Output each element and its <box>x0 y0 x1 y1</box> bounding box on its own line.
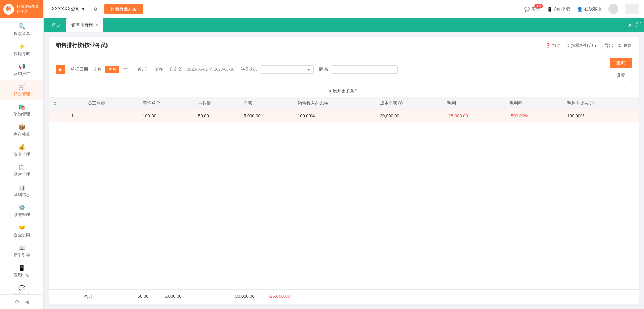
date-filter-group: 单据日期 上月 本月 本年 近7天 更多 自定义 2023-06-01 至 20… <box>71 66 234 73</box>
print-button[interactable]: 🖨 按模板打印 ▾ <box>565 43 597 49</box>
nav-icon: 🔍 <box>18 23 25 30</box>
col-settings[interactable]: ⚙ <box>49 97 61 110</box>
col-rank <box>61 97 84 110</box>
settings-icon[interactable]: ⚙ <box>13 297 21 306</box>
print-chevron-icon: ▾ <box>594 43 597 48</box>
sidebar-item-营销推广[interactable]: 📢 营销推广 <box>0 60 43 80</box>
nav-label: 应用中心 <box>14 272 30 278</box>
date-range-display: 2023-06-01 至 2023-06-30 <box>187 67 234 72</box>
logo-icon: 畅 <box>3 4 14 15</box>
nav-icon: 🛒 <box>18 84 25 90</box>
sidebar-item-企业微信[interactable]: 💬 企业微信 <box>0 281 43 294</box>
footer-settings-cell <box>53 293 67 300</box>
refresh-button[interactable]: ↻ 刷新 <box>618 43 632 49</box>
expand-chevron-icon: ▾ <box>329 89 331 94</box>
sidebar-item-基础信息[interactable]: 📊 基础信息 <box>0 181 43 201</box>
message-button[interactable]: 💬 消息 99+ <box>524 6 540 12</box>
sidebar-item-快捷导航[interactable]: ⚡ 快捷导航 <box>0 40 43 60</box>
help-button[interactable]: ❓ 帮助 <box>545 43 561 49</box>
col-avg-price: 平均单价 <box>139 97 194 110</box>
nav-label: 新手引导 <box>14 252 30 258</box>
sidebar-item-系统管理[interactable]: ⚙️ 系统管理 <box>0 201 43 221</box>
nav-label: 企业微信 <box>14 293 30 294</box>
nav-label: 库存核算 <box>14 132 30 137</box>
collapse-icon[interactable]: ◀ <box>24 297 30 306</box>
footer-total-cell: 5,000.00 <box>161 293 194 300</box>
nav-icon: 💰 <box>18 144 25 150</box>
sidebar: 畅 畅康通好生意 标准版 🔍 搜索菜单 ⚡ 快捷导航 📢 营销推广 🛒 销售管理… <box>0 0 44 309</box>
sidebar-item-库存核算[interactable]: 📦 库存核算 <box>0 120 43 141</box>
tab-close-window-icon[interactable]: ✕ <box>628 22 632 29</box>
data-table: ⚙ 员工名称 平均单价 主数量 全额 销售收入占比% 成本全额 ⓘ 毛利 毛利率… <box>49 97 639 289</box>
nav-icon: 🤝 <box>18 224 25 231</box>
filter-expand-button[interactable]: ▶ <box>56 65 65 74</box>
footer-label-cell: 合计 <box>80 293 107 300</box>
logo-text: 畅康通好生意 标准版 <box>17 4 39 14</box>
app-download-button[interactable]: 📱 App下载 <box>547 6 570 12</box>
main-area: XXXXXX公司 ▾ ⚙ 体验行业方案 💬 消息 99+ 📱 App下载 👤 在… <box>44 0 644 309</box>
status-filter-group: 单据状态 ▾ <box>240 65 314 74</box>
sidebar-item-应用中心[interactable]: 📱 应用中心 <box>0 261 43 281</box>
date-options: 上月 本月 本年 近7天 更多 自定义 <box>91 66 184 73</box>
tab-sales-rank[interactable]: 销售排行榜 × <box>66 18 103 32</box>
tab-close-icon[interactable]: × <box>96 23 98 28</box>
footer-sales-pct-cell <box>194 293 231 300</box>
table-footer: 合计 50.00 5,000.00 30,000.00 -25,000.00 <box>49 289 639 304</box>
table-header-row: ⚙ 员工名称 平均单价 主数量 全额 销售收入占比% 成本全额 ⓘ 毛利 毛利率… <box>49 97 639 110</box>
nav-icon: 📊 <box>18 184 25 191</box>
user-name-placeholder <box>625 4 639 14</box>
company-name: XXXXXX公司 <box>52 6 80 12</box>
status-select[interactable]: ▾ <box>260 65 314 74</box>
cell-name <box>84 110 139 122</box>
col-name: 员工名称 <box>84 97 139 110</box>
cell-gross: -25,000.00 <box>443 110 506 122</box>
nav-label: 基础信息 <box>14 192 30 198</box>
custom-date-btn[interactable]: 自定义 <box>167 66 184 73</box>
nav-icon: 💬 <box>18 285 25 291</box>
sidebar-item-新手引导[interactable]: 📖 新手引导 <box>0 241 43 261</box>
last-month-btn[interactable]: 上月 <box>91 66 104 73</box>
date-filter-label: 单据日期 <box>71 66 88 72</box>
avatar[interactable] <box>608 4 618 14</box>
sidebar-item-企业协同[interactable]: 🤝 企业协同 <box>0 221 43 241</box>
query-button[interactable]: 查询 <box>610 58 632 68</box>
sidebar-item-经营管理[interactable]: 📋 经营管理 <box>0 161 43 181</box>
nav-label: 经营管理 <box>14 172 30 177</box>
nav-label: 资金管理 <box>14 152 30 157</box>
footer-cost-total-cell: 30,000.00 <box>231 293 265 300</box>
trial-button[interactable]: 体验行业方案 <box>104 4 143 14</box>
sidebar-nav: 🔍 搜索菜单 ⚡ 快捷导航 📢 营销推广 🛒 销售管理 🛍️ 采购管理 📦 库存… <box>0 18 43 294</box>
cell-main-qty: 50.00 <box>194 110 240 122</box>
nav-label: 企业协同 <box>14 232 30 238</box>
sidebar-item-采购管理[interactable]: 🛍️ 采购管理 <box>0 100 43 120</box>
cell-settings <box>49 110 61 122</box>
export-button[interactable]: ↓ 导出 <box>601 43 614 49</box>
sidebar-item-销售管理[interactable]: 🛒 销售管理 <box>0 80 43 100</box>
help-icon: ❓ <box>545 43 551 48</box>
settings-button[interactable]: 设置 <box>610 70 632 81</box>
cell-cost-total: 30,000.00 <box>376 110 443 122</box>
expand-more-button[interactable]: ▾ 展开更多条件 <box>325 87 363 95</box>
this-month-btn[interactable]: 本月 <box>105 66 119 73</box>
tab-maximize-icon[interactable]: ⛶ <box>636 22 641 28</box>
last-7days-btn[interactable]: 近7天 <box>135 66 151 73</box>
gear-button[interactable]: ⚙ <box>91 4 100 14</box>
more-date-btn[interactable]: 更多 <box>152 66 166 73</box>
tab-home[interactable]: 首页 <box>46 18 66 32</box>
nav-icon: 📋 <box>18 164 25 170</box>
message-badge: 99+ <box>534 4 543 8</box>
page-title: 销售排行榜(按业务员) <box>56 42 108 49</box>
sidebar-item-搜索菜单[interactable]: 🔍 搜索菜单 <box>0 20 43 40</box>
col-main-qty: 主数量 <box>194 97 240 110</box>
right-query-actions: 查询 设置 <box>610 58 632 81</box>
this-year-btn[interactable]: 本年 <box>120 66 134 73</box>
goods-input[interactable] <box>331 65 398 74</box>
filter-bar: ▶ 单据日期 上月 本月 本年 近7天 更多 自定义 2023-06-01 至 … <box>49 54 639 85</box>
page-actions: ❓ 帮助 🖨 按模板打印 ▾ ↓ 导出 ↻ 刷新 <box>545 43 632 49</box>
home-tab-label: 首页 <box>52 22 60 28</box>
sidebar-item-资金管理[interactable]: 💰 资金管理 <box>0 141 43 161</box>
company-selector[interactable]: XXXXXX公司 ▾ <box>49 5 87 13</box>
online-service-button[interactable]: 👤 在线客服 <box>577 6 602 12</box>
goods-more-btn[interactable]: ... <box>400 67 404 72</box>
footer-gross-cell: -25,000.00 <box>265 293 298 300</box>
